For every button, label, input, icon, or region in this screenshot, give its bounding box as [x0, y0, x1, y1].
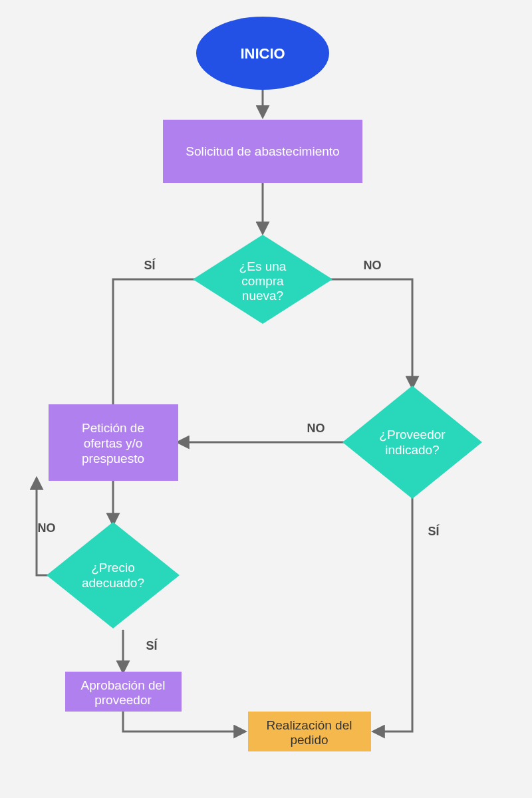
node-proveedor-line2: indicado? [385, 443, 439, 457]
node-proveedor-line1: ¿Proveedor [379, 428, 446, 442]
node-precio [47, 522, 180, 628]
node-realizacion-line1: Realización del [267, 718, 352, 732]
node-peticion-line3: prespuesto [82, 452, 144, 466]
label-precio-no: NO [38, 521, 56, 535]
label-proveedor-no: NO [307, 422, 325, 435]
node-compra-line1: ¿Es una [239, 259, 287, 273]
label-proveedor-si: SÍ [428, 524, 440, 538]
node-realizacion-line2: pedido [290, 733, 328, 747]
node-compra-line3: nueva? [242, 289, 283, 303]
node-aprobacion-line2: proveedor [94, 693, 152, 707]
node-peticion-line1: Petición de [82, 421, 144, 435]
flowchart-canvas: SÍ NO NO SÍ NO SÍ INICIO Solicitud de ab… [0, 0, 532, 798]
node-peticion-line2: ofertas y/o [84, 436, 143, 450]
node-proveedor [342, 386, 482, 499]
label-compra-si: SÍ [144, 258, 156, 272]
edge-proveedor-si [374, 497, 412, 732]
edge-compra-no [329, 279, 412, 387]
node-solicitud-label: Solicitud de abastecimiento [186, 144, 339, 158]
edge-compra-si [113, 279, 197, 418]
node-aprobacion-line1: Aprobación del [81, 678, 166, 692]
label-compra-no: NO [364, 259, 382, 272]
edge-aprobacion-realizacion [123, 712, 245, 732]
node-compra-line2: compra [241, 274, 284, 288]
label-precio-si: SÍ [146, 638, 158, 652]
node-start-label: INICIO [240, 45, 285, 62]
node-precio-line2: adecuado? [82, 576, 144, 590]
node-precio-line1: ¿Precio [91, 561, 134, 575]
